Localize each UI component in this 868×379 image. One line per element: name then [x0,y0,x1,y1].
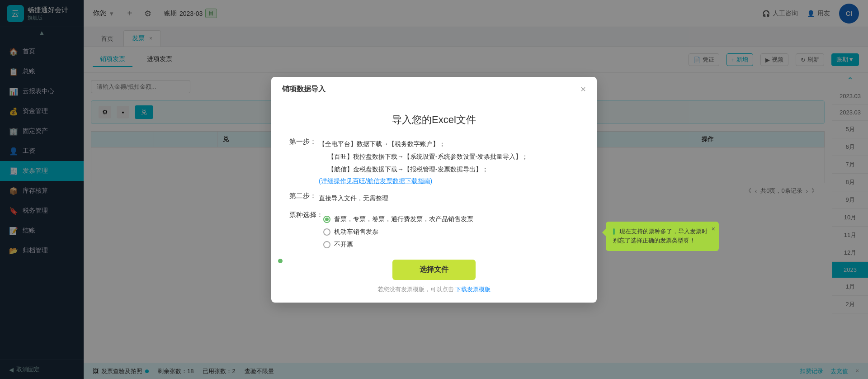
step2-row: 第二步： 直接导入文件，无需整理 [289,192,579,204]
modal-header: 销项数据导入 × [271,77,597,102]
radio-dot-general [323,216,330,223]
modal-overlay[interactable]: 销项数据导入 × 导入您的Excel文件 第一步： 【全电平台】数据下载→【税务… [0,0,868,379]
tooltip-close-button[interactable]: × [712,225,715,232]
modal-body: 导入您的Excel文件 第一步： 【全电平台】数据下载→【税务数字账户】； 【百… [271,102,597,303]
ticket-select-row: 票种选择： 普票，专票，卷票，通行费发票，农产品销售发票 机动车销售发票 [289,211,579,249]
radio-dot-none [323,241,330,248]
radio-dot-car [323,228,330,236]
download-template-link[interactable]: 下载发票模版 [455,286,491,293]
modal-footer-text: 若您没有发票模版，可以点击 [377,286,454,293]
step1-line-1: 【全电平台】数据下载→【税务数字账户】； [319,137,579,150]
radio-option-general[interactable]: 普票，专票，卷票，通行费发票，农产品销售发票 [323,215,579,223]
radio-group: 普票，专票，卷票，通行费发票，农产品销售发票 机动车销售发票 不开票 [323,215,579,249]
step1-guide-link[interactable]: (详细操作见百旺/航信发票数据下载指南) [319,177,432,185]
modal-close-button[interactable]: × [580,84,586,95]
step1-line-3: 【航信】金税盘数据下载→【报税管理-发票数据导出】； [319,163,579,175]
modal-big-title: 导入您的Excel文件 [289,113,579,127]
tooltip-bar [613,228,615,235]
modal-footer: 若您没有发票模版，可以点击 下载发票模版 [289,285,579,294]
radio-option-car[interactable]: 机动车销售发票 [323,228,579,236]
step1-row: 第一步： 【全电平台】数据下载→【税务数字账户】； 【百旺】税控盘数据下载→【系… [289,137,579,185]
ticket-label: 票种选择： [289,211,323,249]
select-file-button[interactable]: 选择文件 [392,260,476,280]
step1-line-2: 【百旺】税控盘数据下载→【系统设置-系统参数设置-发票批量导入】； [319,150,579,163]
radio-label-none: 不开票 [334,241,353,249]
step1-content: 【全电平台】数据下载→【税务数字账户】； 【百旺】税控盘数据下载→【系统设置-系… [319,137,579,185]
modal: 销项数据导入 × 导入您的Excel文件 第一步： 【全电平台】数据下载→【税务… [271,77,597,303]
step2-text: 直接导入文件，无需整理 [319,192,579,204]
step2-label: 第二步： [289,192,319,204]
step1-label: 第一步： [289,137,319,185]
radio-label-car: 机动车销售发票 [334,228,378,236]
radio-label-general: 普票，专票，卷票，通行费发票，农产品销售发票 [334,215,473,223]
radio-option-none[interactable]: 不开票 [323,241,579,249]
tooltip-dot [278,259,283,263]
modal-title: 销项数据导入 [282,85,326,94]
tooltip-text: 现在支持的票种多了，导入发票时别忘了选择正确的发票类型呀！ [613,228,708,244]
ticket-options: 普票，专票，卷票，通行费发票，农产品销售发票 机动车销售发票 不开票 [323,211,579,249]
step2-content: 直接导入文件，无需整理 [319,192,579,204]
tooltip-bubble: × 现在支持的票种多了，导入发票时别忘了选择正确的发票类型呀！ [606,222,719,251]
